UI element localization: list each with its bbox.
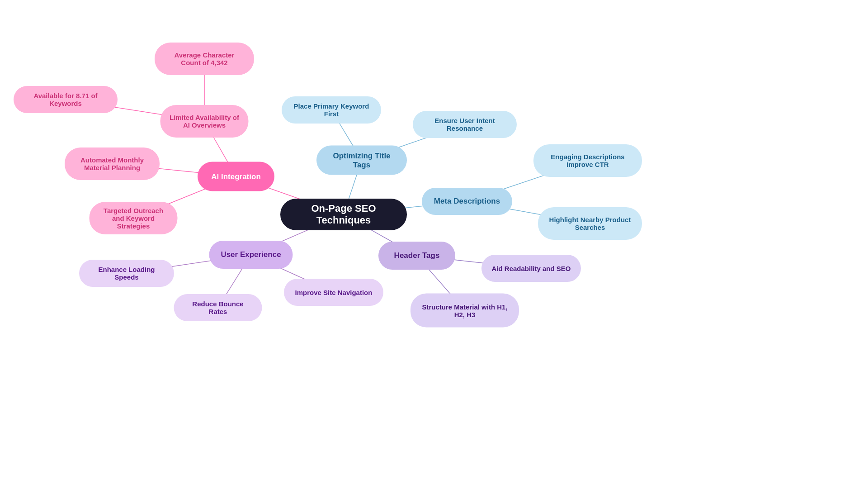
avg-char-count-node: Average Character Count of 4,342 xyxy=(155,43,254,75)
user-intent-resonance-node: Ensure User Intent Resonance xyxy=(413,111,517,138)
optimizing-title-tags-node: Optimizing Title Tags xyxy=(316,146,407,175)
limited-availability-node: Limited Availability of AI Overviews xyxy=(160,105,249,138)
highlight-nearby-node: Highlight Nearby Product Searches xyxy=(538,207,642,240)
center-node: On-Page SEO Techniques xyxy=(280,199,407,230)
aid-readability-node: Aid Readability and SEO xyxy=(481,255,581,282)
structure-material-node: Structure Material with H1, H2, H3 xyxy=(410,294,519,328)
reduce-bounce-node: Reduce Bounce Rates xyxy=(174,294,262,321)
header-tags-node: Header Tags xyxy=(378,242,455,270)
targeted-outreach-node: Targeted Outreach and Keyword Strategies xyxy=(90,202,178,234)
available-keywords-node: Available for 8.71 of Keywords xyxy=(14,86,118,113)
ai-integration-node: AI Integration xyxy=(198,162,274,191)
automated-planning-node: Automated Monthly Material Planning xyxy=(65,147,160,180)
place-primary-keyword-node: Place Primary Keyword First xyxy=(282,96,381,124)
improve-navigation-node: Improve Site Navigation xyxy=(284,279,383,306)
enhance-loading-node: Enhance Loading Speeds xyxy=(79,260,174,287)
meta-descriptions-node: Meta Descriptions xyxy=(422,188,512,215)
engaging-descriptions-node: Engaging Descriptions Improve CTR xyxy=(533,144,642,177)
user-experience-node: User Experience xyxy=(209,241,293,269)
